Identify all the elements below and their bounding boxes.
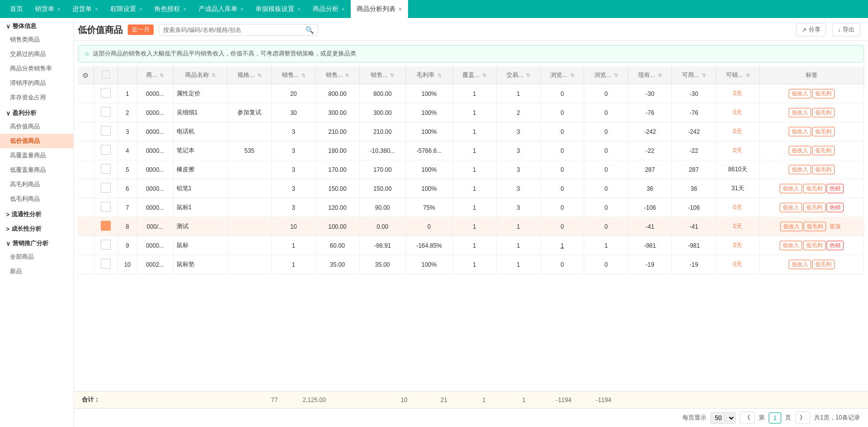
close-icon[interactable]: × [139, 6, 142, 12]
sidebar-item-sales-goods[interactable]: 销售类商品 [0, 32, 73, 47]
settings-col-header[interactable]: ⚙ [78, 66, 94, 84]
checkbox-cell[interactable] [94, 103, 118, 122]
row-checkbox[interactable] [101, 164, 111, 174]
close-icon[interactable]: × [342, 6, 345, 12]
sidebar-item-high-coverage[interactable]: 高覆盖量商品 [0, 148, 73, 163]
saleable-col-header[interactable]: 可销... ⇅ [716, 66, 760, 84]
browse1-cell[interactable]: 0 [540, 103, 584, 122]
nav-template[interactable]: 单据模板设置 × [249, 0, 306, 18]
sidebar-group-flow[interactable]: > 流通性分析 [0, 206, 73, 221]
prev-page-button[interactable]: 《 [740, 412, 755, 424]
browse-link[interactable]: 1 [561, 242, 564, 249]
checkbox-cell[interactable] [94, 122, 118, 141]
per-page-select[interactable]: 50 100 200 [710, 412, 736, 424]
tag-badge: 低毛利 [803, 241, 826, 250]
checkbox-cell[interactable] [94, 236, 118, 255]
row-checkbox[interactable] [101, 183, 111, 193]
sidebar-group-growth[interactable]: > 成长性分析 [0, 221, 73, 235]
current-col-header[interactable]: 现有... ⇅ [628, 66, 672, 84]
checkbox-cell[interactable] [94, 255, 118, 274]
browse1-cell[interactable]: 0 [540, 122, 584, 141]
browse1-cell[interactable]: 0 [540, 255, 584, 274]
sales-cost-col-header[interactable]: 销售... ⇅ [359, 66, 406, 84]
profit-rate-col-header[interactable]: 毛利率 ⇅ [406, 66, 452, 84]
coverage-col-header[interactable]: 覆盖... ⇅ [452, 66, 496, 84]
browse1-cell[interactable]: 0 [540, 179, 584, 198]
sidebar-item-slow-goods[interactable]: 滞销序的商品 [0, 76, 73, 90]
available-col-header[interactable]: 可用... ⇅ [672, 66, 716, 84]
sidebar-item-low-value[interactable]: 低价值商品 [0, 134, 73, 148]
sidebar-item-traded-goods[interactable]: 交易过的商品 [0, 47, 73, 61]
saleable-cell: 0天 [716, 217, 760, 236]
trade-col-header[interactable]: 交易... ⇅ [496, 66, 540, 84]
close-icon[interactable]: × [57, 6, 60, 12]
sidebar-item-high-value[interactable]: 高价值商品 [0, 119, 73, 134]
tag-cell: 低收入低毛利 [760, 103, 864, 122]
sidebar-item-new-goods[interactable]: 新品 [0, 264, 73, 279]
browse1-cell[interactable]: 0 [540, 217, 584, 236]
table-row: 2 0000... 吴细细1 参加复试 30 300.00 300.00 100… [78, 103, 864, 122]
nav-product-analysis[interactable]: 商品分析 × [307, 0, 351, 18]
browse1-cell[interactable]: 1 [540, 236, 584, 255]
browse1-cell[interactable]: 0 [540, 198, 584, 217]
close-icon[interactable]: × [95, 6, 98, 12]
share-button[interactable]: ↗ 分享 [796, 23, 826, 36]
row-checkbox[interactable] [101, 145, 111, 155]
sidebar-item-low-coverage[interactable]: 低覆盖量商品 [0, 163, 73, 177]
sidebar-item-all-goods[interactable]: 全部商品 [0, 250, 73, 264]
nav-sales-order[interactable]: 销货单 × [29, 0, 66, 18]
sidebar-item-high-profit[interactable]: 高毛利商品 [0, 177, 73, 192]
table-wrapper[interactable]: ⚙ 商... ⇅ 商品名称 ⇅ 规格... ⇅ 销售... ⇅ 销售... ⇅ … [74, 66, 868, 391]
checkbox-cell[interactable] [94, 217, 118, 236]
nav-purchase-order[interactable]: 进货单 × [66, 0, 104, 18]
sales-amount-col-header[interactable]: 销售... ⇅ [315, 66, 359, 84]
close-icon[interactable]: × [297, 6, 300, 12]
nav-home[interactable]: 首页 [4, 0, 29, 18]
code-col-header[interactable]: 商... ⇅ [137, 66, 173, 84]
sales-qty-col-header[interactable]: 销售... ⇅ [271, 66, 315, 84]
sidebar-item-category-sales-rate[interactable]: 商品分类销售率 [0, 61, 73, 76]
search-input[interactable] [163, 26, 303, 33]
row-checkbox[interactable] [101, 221, 111, 231]
sidebar-group-profit[interactable]: ∨ 盈利分析 [0, 105, 73, 119]
code-cell: 0000... [137, 160, 173, 179]
row-checkbox[interactable] [101, 88, 111, 98]
close-icon[interactable]: × [183, 6, 186, 12]
row-checkbox[interactable] [101, 202, 111, 212]
row-checkbox[interactable] [101, 107, 111, 117]
sidebar-group-overall[interactable]: ∨ 整体信息 [0, 18, 73, 32]
browse1-cell[interactable]: 0 [540, 141, 584, 160]
checkbox-cell[interactable] [94, 160, 118, 179]
sales-qty-cell: 3 [271, 179, 315, 198]
checkbox-cell[interactable] [94, 198, 118, 217]
browse1-cell[interactable]: 0 [540, 160, 584, 179]
browse2-col-header[interactable]: 浏览... ⇅ [584, 66, 628, 84]
nav-product-analysis-list[interactable]: 商品分析列表 × [351, 0, 408, 18]
checkbox-col-header[interactable] [94, 66, 118, 84]
filter-tag[interactable]: 近一月 [128, 24, 154, 35]
row-checkbox[interactable] [101, 126, 111, 136]
browse1-col-header[interactable]: 浏览... ⇅ [540, 66, 584, 84]
name-col-header[interactable]: 商品名称 ⇅ [173, 66, 227, 84]
sidebar-item-low-profit[interactable]: 低毛利商品 [0, 192, 73, 206]
nav-product-stock[interactable]: 产成品入库单 × [193, 0, 249, 18]
nav-role-auth[interactable]: 角色授权 × [148, 0, 192, 18]
checkbox-cell[interactable] [94, 141, 118, 160]
sales-cost-cell: 90.00 [359, 198, 406, 217]
sidebar-item-stock-funds[interactable]: 库存资金占用 [0, 90, 73, 105]
nav-permission[interactable]: 权限设置 × [104, 0, 148, 18]
next-page-button[interactable]: 》 [795, 412, 810, 424]
spec-col-header[interactable]: 规格... ⇅ [227, 66, 271, 84]
search-box[interactable]: 🔍 [159, 24, 318, 36]
row-checkbox[interactable] [101, 240, 111, 250]
browse1-cell[interactable]: 0 [540, 84, 584, 103]
export-button[interactable]: ↓ 导出 [832, 23, 860, 36]
row-checkbox[interactable] [101, 259, 111, 269]
checkbox-cell[interactable] [94, 84, 118, 103]
checkbox-cell[interactable] [94, 179, 118, 198]
close-icon[interactable]: × [240, 6, 243, 12]
sidebar-group-marketing[interactable]: ∨ 营销推广分析 [0, 235, 73, 250]
search-icon[interactable]: 🔍 [305, 26, 314, 34]
saleable-cell: 0天 [716, 141, 760, 160]
close-icon[interactable]: × [399, 6, 402, 12]
